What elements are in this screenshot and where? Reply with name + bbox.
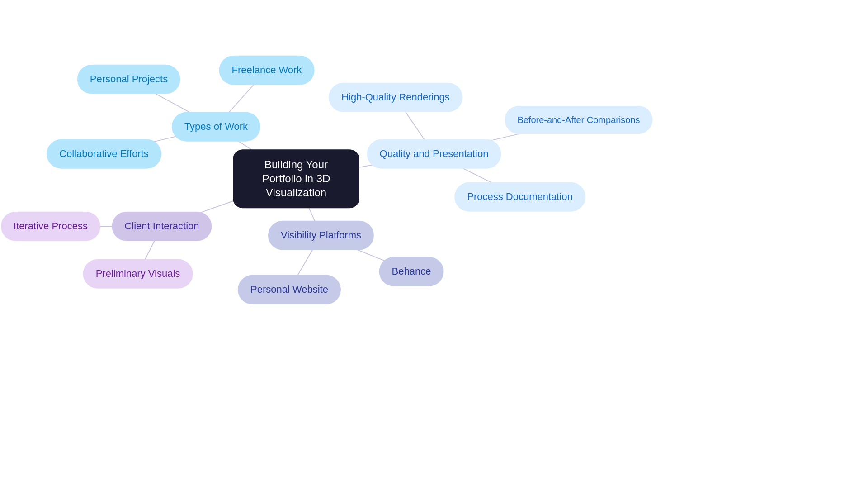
node-iterative-process: Iterative Process	[1, 212, 100, 241]
node-high-quality-renderings: High-Quality Renderings	[329, 83, 462, 112]
node-personal-projects: Personal Projects	[77, 65, 180, 94]
node-behance: Behance	[379, 257, 444, 286]
node-freelance-work: Freelance Work	[219, 56, 315, 85]
node-personal-website: Personal Website	[238, 275, 341, 304]
node-process-documentation: Process Documentation	[454, 182, 585, 212]
node-quality-and-presentation: Quality and Presentation	[367, 139, 501, 169]
node-client-interaction: Client Interaction	[112, 212, 212, 241]
node-visibility-platforms: Visibility Platforms	[268, 221, 374, 250]
mindmap-container: Building Your Portfolio in 3D Visualizat…	[0, 0, 868, 490]
node-types-of-work: Types of Work	[172, 112, 260, 142]
node-preliminary-visuals: Preliminary Visuals	[83, 259, 193, 289]
node-center: Building Your Portfolio in 3D Visualizat…	[233, 149, 359, 208]
node-collaborative-efforts: Collaborative Efforts	[47, 139, 161, 169]
node-before-and-after: Before-and-After Comparisons	[505, 106, 652, 134]
